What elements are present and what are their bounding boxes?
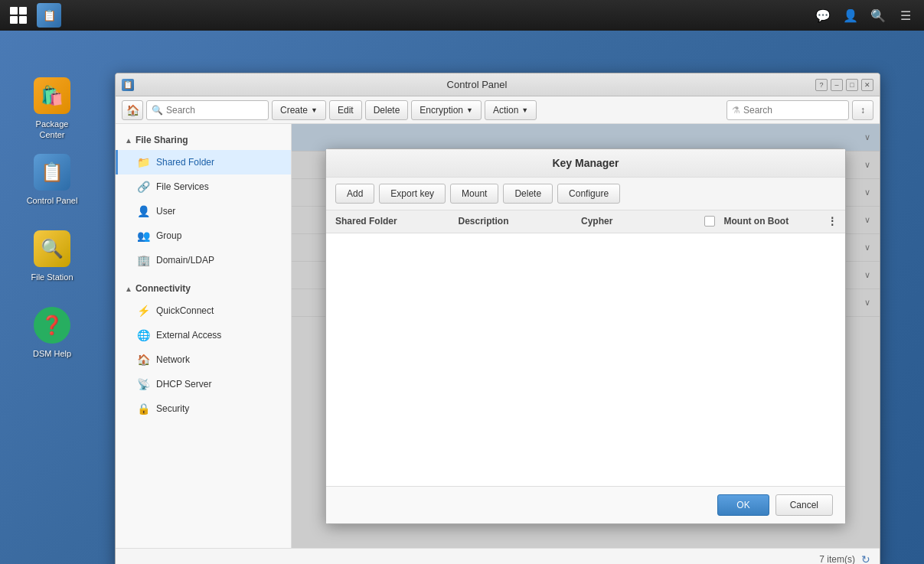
delete-label: Delete bbox=[374, 105, 400, 116]
taskbar-app-icon[interactable]: 📋 bbox=[37, 3, 61, 28]
mount-button[interactable]: Mount bbox=[450, 184, 498, 204]
add-button[interactable]: Add bbox=[335, 184, 374, 204]
edit-label: Edit bbox=[338, 105, 354, 116]
sidebar-item-security[interactable]: 🔒 Security bbox=[116, 396, 291, 421]
dhcp-server-label: DHCP Server bbox=[156, 379, 211, 390]
filter-input[interactable] bbox=[743, 105, 835, 116]
home-button[interactable]: 🏠 bbox=[122, 100, 143, 120]
security-icon: 🔒 bbox=[136, 402, 150, 416]
sidebar-item-group[interactable]: 👥 Group bbox=[116, 223, 291, 248]
dsm-help-label: DSM Help bbox=[33, 348, 71, 359]
cancel-button[interactable]: Cancel bbox=[775, 494, 833, 516]
mount-on-boot-checkbox-header[interactable] bbox=[704, 216, 715, 227]
toolbar-search-box[interactable]: 🔍 bbox=[146, 100, 269, 120]
window-titlebar: 📋 Control Panel ? – □ ✕ bbox=[116, 73, 880, 96]
filter-search-box[interactable]: ⚗ bbox=[726, 100, 849, 120]
domain-ldap-label: Domain/LDAP bbox=[156, 255, 214, 266]
user-icon[interactable]: 👤 bbox=[838, 3, 863, 28]
sidebar-item-domain-ldap[interactable]: 🏢 Domain/LDAP bbox=[116, 248, 291, 272]
taskbar-right-area: 💬 👤 🔍 ☰ bbox=[811, 3, 918, 28]
desktop-icon-file-station[interactable]: 🔍 File Station bbox=[21, 226, 83, 287]
delete-key-button[interactable]: Delete bbox=[503, 184, 553, 204]
items-count: 7 item(s) bbox=[819, 554, 855, 565]
mount-on-boot-header-label: Mount on Boot bbox=[724, 216, 789, 227]
sidebar-item-external-access[interactable]: 🌐 External Access bbox=[116, 323, 291, 347]
control-panel-label: Control Panel bbox=[27, 195, 78, 206]
group-label: Group bbox=[156, 230, 181, 241]
sidebar-item-shared-folder[interactable]: 📁 Shared Folder bbox=[116, 150, 291, 174]
desktop-icon-control-panel[interactable]: 📋 Control Panel bbox=[21, 149, 83, 210]
search-icon[interactable]: 🔍 bbox=[866, 3, 890, 28]
sidebar-item-file-services[interactable]: 🔗 File Services bbox=[116, 174, 291, 199]
action-button[interactable]: Action ▼ bbox=[485, 100, 537, 120]
cancel-label: Cancel bbox=[790, 500, 818, 510]
dialog-footer: OK Cancel bbox=[326, 486, 845, 523]
window-controls: ? – □ ✕ bbox=[815, 79, 873, 91]
mount-on-boot-header: Mount on Boot bbox=[695, 216, 818, 227]
file-services-label: File Services bbox=[156, 181, 209, 192]
encryption-arrow-icon: ▼ bbox=[466, 106, 473, 114]
maximize-button[interactable]: □ bbox=[846, 79, 858, 91]
window-title-icon: 📋 bbox=[122, 79, 134, 91]
cypher-header: Cypher bbox=[572, 216, 695, 227]
action-arrow-icon: ▼ bbox=[521, 106, 528, 114]
network-label: Network bbox=[156, 354, 190, 365]
domain-ldap-icon: 🏢 bbox=[136, 253, 150, 267]
taskbar-grid-icon[interactable] bbox=[6, 3, 31, 28]
desktop-icon-package-center[interactable]: 🛍️ Package Center bbox=[21, 73, 83, 145]
description-header: Description bbox=[449, 216, 573, 227]
ok-label: OK bbox=[736, 500, 749, 510]
cypher-header-label: Cypher bbox=[581, 216, 612, 227]
package-center-label: Package Center bbox=[26, 119, 78, 141]
desktop: 🛍️ Package Center 📋 Control Panel 🔍 File… bbox=[0, 31, 924, 564]
sidebar-item-quickconnect[interactable]: ⚡ QuickConnect bbox=[116, 298, 291, 323]
ok-button[interactable]: OK bbox=[717, 494, 769, 516]
dialog-toolbar: Add Export key Mount Delete bbox=[326, 178, 845, 210]
connectivity-section[interactable]: ▲ Connectivity bbox=[116, 279, 291, 298]
help-button[interactable]: ? bbox=[815, 79, 828, 91]
create-label: Create bbox=[280, 105, 308, 116]
delete-button[interactable]: Delete bbox=[365, 100, 409, 120]
search-input[interactable] bbox=[166, 105, 258, 116]
more-header: ⋮ bbox=[818, 215, 845, 227]
chat-icon[interactable]: 💬 bbox=[811, 3, 835, 28]
minimize-button[interactable]: – bbox=[831, 79, 843, 91]
quickconnect-icon: ⚡ bbox=[136, 304, 150, 318]
refresh-icon[interactable]: ↻ bbox=[861, 553, 870, 565]
sidebar-item-user[interactable]: 👤 User bbox=[116, 199, 291, 223]
edit-button[interactable]: Edit bbox=[329, 100, 362, 120]
connectivity-chevron: ▲ bbox=[125, 285, 132, 293]
mount-label: Mount bbox=[462, 188, 487, 199]
network-icon: 🏠 bbox=[136, 353, 150, 367]
dialog-table: Shared Folder Description Cypher bbox=[326, 210, 845, 486]
sort-button[interactable]: ↕ bbox=[852, 100, 873, 120]
configure-label: Configure bbox=[569, 188, 609, 199]
sidebar-item-dhcp-server[interactable]: 📡 DHCP Server bbox=[116, 372, 291, 396]
key-manager-dialog: Key Manager Add Export key Mount bbox=[325, 148, 846, 524]
create-button[interactable]: Create ▼ bbox=[272, 100, 326, 120]
shared-folder-icon: 📁 bbox=[136, 155, 150, 169]
package-center-icon: 🛍️ bbox=[34, 77, 70, 114]
menu-icon[interactable]: ☰ bbox=[893, 3, 918, 28]
file-station-label: File Station bbox=[31, 272, 73, 282]
create-arrow-icon: ▼ bbox=[311, 106, 318, 114]
file-sharing-section[interactable]: ▲ File Sharing bbox=[116, 130, 291, 150]
delete-key-label: Delete bbox=[514, 188, 541, 199]
encryption-button[interactable]: Encryption ▼ bbox=[411, 100, 482, 120]
external-access-icon: 🌐 bbox=[136, 328, 150, 342]
add-label: Add bbox=[347, 188, 363, 199]
export-key-button[interactable]: Export key bbox=[379, 184, 446, 204]
app-icon-img: 📋 bbox=[37, 3, 61, 28]
close-button[interactable]: ✕ bbox=[861, 79, 873, 91]
sidebar: ▲ File Sharing 📁 Shared Folder 🔗 File Se… bbox=[116, 124, 292, 548]
window-title: Control Panel bbox=[139, 79, 815, 90]
connectivity-label: Connectivity bbox=[135, 283, 191, 294]
status-bar: 7 item(s) ↻ bbox=[116, 548, 880, 564]
sidebar-item-network[interactable]: 🏠 Network bbox=[116, 347, 291, 372]
dhcp-server-icon: 📡 bbox=[136, 377, 150, 391]
file-sharing-chevron: ▲ bbox=[125, 136, 132, 145]
main-content: ∨ ∨ ∨ ∨ ∨ bbox=[292, 124, 880, 548]
modal-overlay: Key Manager Add Export key Mount bbox=[292, 124, 880, 548]
desktop-icon-dsm-help[interactable]: ❓ DSM Help bbox=[21, 302, 83, 364]
configure-button[interactable]: Configure bbox=[557, 184, 620, 204]
